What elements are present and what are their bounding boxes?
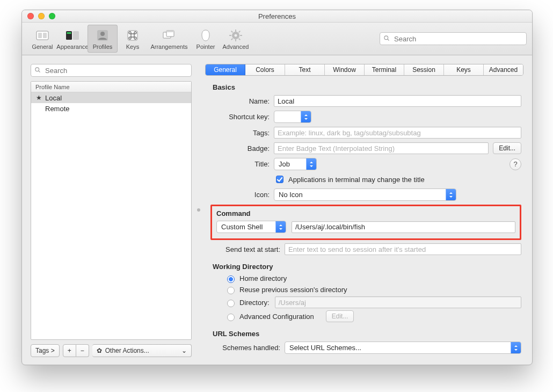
label-name: Name:: [213, 97, 270, 105]
toolbar-search-input[interactable]: [393, 34, 523, 43]
toolbar-item-label: Profiles: [93, 43, 113, 50]
window-title: Preferences: [22, 12, 532, 20]
settings-form: Basics Name: Shortcut key:: [205, 76, 523, 356]
tags-button[interactable]: Tags >: [31, 344, 60, 357]
svg-rect-19: [238, 38, 241, 40]
name-field[interactable]: [274, 95, 521, 107]
section-command: Command: [216, 209, 515, 217]
toolbar-item-label: Pointer: [197, 43, 215, 50]
svg-line-23: [388, 39, 389, 40]
svg-rect-14: [235, 30, 236, 32]
chevron-up-down-icon: [301, 111, 311, 122]
tab-advanced[interactable]: Advanced: [484, 64, 523, 75]
titlebar: Preferences: [22, 10, 532, 23]
chevron-up-down-icon: [275, 221, 286, 233]
toolbar-item-appearance[interactable]: Appearance: [57, 25, 88, 53]
add-profile-button[interactable]: +: [63, 344, 76, 357]
profile-row[interactable]: Remote: [31, 103, 191, 114]
shell-select[interactable]: Custom Shell: [216, 221, 286, 233]
svg-line-25: [39, 71, 40, 72]
svg-rect-18: [231, 31, 233, 33]
splitter-grip[interactable]: [196, 64, 201, 356]
svg-point-13: [235, 34, 237, 37]
label-shortcut: Shortcut key:: [213, 113, 270, 121]
help-button[interactable]: ?: [510, 158, 521, 170]
workdir-dir-radio[interactable]: [227, 300, 235, 307]
label-icon: Icon:: [213, 191, 270, 199]
icon-select[interactable]: No Icon: [274, 188, 456, 201]
settings-tabs: General Colors Text Window Terminal Sess…: [205, 64, 523, 76]
section-url: URL Schemes: [213, 330, 521, 338]
tab-keys[interactable]: Keys: [444, 64, 484, 75]
tab-general[interactable]: General: [206, 64, 245, 75]
url-schemes-value: Select URL Schemes...: [289, 344, 361, 352]
profile-row[interactable]: ★ Local: [31, 92, 191, 103]
gear-icon: [228, 28, 244, 42]
svg-point-24: [35, 67, 39, 71]
section-basics: Basics: [213, 83, 521, 91]
title-value: Job: [279, 160, 290, 168]
svg-rect-21: [231, 38, 233, 40]
svg-rect-11: [166, 31, 174, 32]
workdir-adv-label: Advanced Configuration: [239, 313, 314, 321]
tab-text[interactable]: Text: [285, 64, 325, 75]
workdir-home-radio[interactable]: [227, 275, 235, 283]
workdir-reuse-radio[interactable]: [227, 287, 235, 294]
toolbar-item-general[interactable]: General: [27, 25, 57, 53]
svg-rect-15: [235, 39, 236, 41]
tags-field[interactable]: [274, 127, 521, 139]
toolbar-item-arrangements[interactable]: Arrangements: [148, 25, 191, 53]
toolbar-item-keys[interactable]: Keys: [118, 25, 148, 53]
star-icon: ★: [35, 94, 42, 101]
other-actions-button[interactable]: ✿ Other Actions... ⌄: [92, 344, 192, 357]
tab-session[interactable]: Session: [404, 64, 444, 75]
sidebar-actions: Tags > + − ✿ Other Actions... ⌄: [31, 344, 192, 356]
mouse-icon: [198, 28, 214, 42]
toolbar-item-label: Advanced: [223, 43, 249, 50]
profile-list-header[interactable]: Profile Name: [31, 82, 191, 92]
badge-edit-button[interactable]: Edit...: [493, 142, 521, 154]
chevron-up-down-icon: [511, 342, 521, 353]
send-text-field[interactable]: [285, 243, 521, 255]
icon-value: No Icon: [279, 191, 303, 199]
workdir-home-label: Home directory: [239, 274, 287, 282]
toolbar-item-label: Appearance: [56, 43, 88, 50]
sidebar-search-input[interactable]: [44, 66, 188, 75]
tab-colors[interactable]: Colors: [245, 64, 285, 75]
tab-terminal[interactable]: Terminal: [365, 64, 404, 75]
workdir-adv-edit-button[interactable]: Edit...: [326, 310, 354, 322]
toolbar-item-label: Arrangements: [150, 43, 187, 50]
title-change-label: Applications in terminal may change the …: [288, 176, 425, 184]
search-icon: [383, 35, 390, 43]
workdir-adv-radio[interactable]: [227, 314, 235, 321]
shortcut-select[interactable]: [274, 111, 311, 123]
svg-rect-16: [229, 35, 231, 36]
sidebar-search[interactable]: [31, 64, 192, 77]
badge-field[interactable]: [274, 142, 489, 154]
toolbar-item-advanced[interactable]: Advanced: [221, 25, 251, 53]
command-key-icon: [125, 28, 141, 42]
toolbar: General Appearance Profiles Keys: [22, 23, 532, 55]
toolbar-item-label: General: [32, 43, 53, 50]
sidebar: Profile Name ★ Local Remote Tags >: [31, 64, 192, 356]
label-url-schemes: Schemes handled:: [213, 344, 280, 352]
url-schemes-select[interactable]: Select URL Schemes...: [285, 342, 521, 354]
toolbar-item-profiles[interactable]: Profiles: [88, 25, 118, 53]
title-change-checkbox[interactable]: [276, 176, 283, 183]
chevron-up-down-icon: [446, 189, 456, 200]
workdir-reuse-label: Reuse previous session's directory: [239, 286, 347, 294]
search-icon: [34, 67, 41, 75]
toolbar-item-pointer[interactable]: Pointer: [191, 25, 221, 53]
remove-profile-button[interactable]: −: [76, 344, 89, 357]
title-select[interactable]: Job: [274, 158, 317, 170]
label-title: Title:: [213, 160, 270, 168]
svg-rect-20: [238, 31, 241, 33]
appearance-icon: [64, 28, 81, 42]
chevron-down-icon: ⌄: [181, 347, 187, 354]
label-send-text: Send text at start:: [213, 245, 280, 253]
command-path-field[interactable]: [292, 221, 515, 233]
toolbar-search[interactable]: [380, 32, 527, 45]
svg-point-7: [100, 32, 105, 36]
tab-window[interactable]: Window: [325, 64, 365, 75]
content: Profile Name ★ Local Remote Tags >: [22, 55, 532, 365]
